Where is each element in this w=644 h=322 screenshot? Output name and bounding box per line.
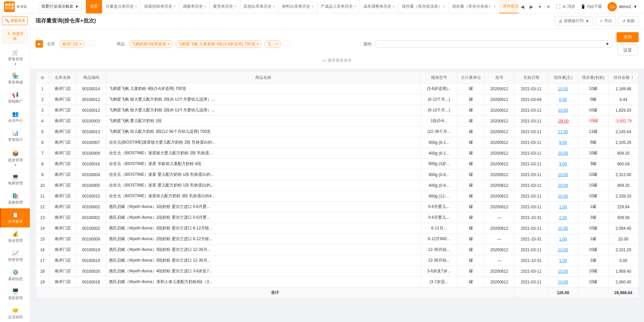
cell-batch: 20200612 xyxy=(484,277,515,287)
wholesale-icon: 📦 xyxy=(12,150,19,157)
tab-batch-ledger[interactable]: 库存批次账 × xyxy=(499,0,519,13)
tab-stock-dist[interactable]: 现存量（库存分布表） × xyxy=(449,0,499,13)
account-selector[interactable]: 母婴行业演示账套 ▼ xyxy=(38,3,82,10)
print-button[interactable]: 🖨 按模板打印 ▼ xyxy=(555,16,593,26)
sidebar-item-purchase[interactable]: 🛍️ 采购管理 xyxy=(0,189,30,208)
chevron-down-icon: ▼ xyxy=(75,4,79,9)
tab-stock-status[interactable]: 现存量（库存状况表） × xyxy=(398,0,449,13)
export-label: 导出 xyxy=(604,18,612,24)
sidebar-item-marketing[interactable]: 📢 营销推广 xyxy=(0,88,30,107)
cell-qty[interactable]: 9.00 xyxy=(548,137,578,148)
sidebar-item-basic[interactable]: ⚙️ 基础信息 xyxy=(0,266,30,285)
cell-qty[interactable]: 0.00 xyxy=(548,94,578,105)
sidebar-item-retail-stats[interactable]: 📊 零售统计 xyxy=(0,126,30,146)
tab-home[interactable]: 首页 xyxy=(86,0,102,13)
cell-warehouse: 南岸门店 xyxy=(49,266,76,277)
balance-info-icon[interactable]: ℹ xyxy=(632,75,633,80)
message-button[interactable]: ✉ 消息 xyxy=(562,4,575,9)
sidebar-item-finance[interactable]: 💰 资金管理 xyxy=(0,227,30,247)
cell-qty[interactable]: 10.00 xyxy=(548,266,578,277)
tab-transfer[interactable]: 调拨单历史 × xyxy=(179,0,210,13)
tab-material-out[interactable]: 材料出库单历史 × xyxy=(279,0,317,13)
cell-pkg: 10罐 xyxy=(578,84,608,94)
tab-close-stock-status[interactable]: × xyxy=(443,5,445,8)
product-tag-text-1: 飞鹤奶粉3段两提装 xyxy=(132,41,166,47)
sidebar-item-ecommerce[interactable]: 💻 电商管理 xyxy=(0,170,30,189)
tab-close-material-out[interactable]: × xyxy=(312,5,314,8)
cell-balance: 509.56 xyxy=(608,212,639,223)
tab-close-disassemble[interactable]: × xyxy=(174,5,176,8)
export-button[interactable]: ↗ 导出 xyxy=(596,16,616,26)
tab-split[interactable]: 分量盘点单历史 × xyxy=(102,0,141,13)
sidebar-item-shop[interactable]: 🏪 零售商城 xyxy=(0,69,30,88)
warehouse-tag-close[interactable]: × xyxy=(79,42,82,46)
search-button[interactable]: 🔍 搜索英单 xyxy=(2,16,28,25)
tab-more-button[interactable]: ▾ xyxy=(537,4,543,9)
sidebar-item-member[interactable]: 👥 会员中心 xyxy=(0,107,30,126)
product-more-button[interactable]: ... xyxy=(283,41,291,47)
tab-require[interactable]: 要货单历史 × xyxy=(210,0,240,13)
sidebar-item-system[interactable]: 🖥️ 系统管理 xyxy=(0,285,30,304)
query-button[interactable]: 查询 xyxy=(616,32,639,42)
product-tag-close-3[interactable]: × xyxy=(276,42,278,46)
tab-close-split[interactable]: × xyxy=(135,5,137,8)
tab-close-transfer[interactable]: × xyxy=(204,5,206,8)
sidebar-item-wholesale[interactable]: 📦 批发管理 ▼ xyxy=(0,147,30,170)
warehouse-more-button[interactable]: ... xyxy=(87,41,95,47)
tab-close-require[interactable]: × xyxy=(234,5,236,8)
tab-product-in[interactable]: 产成品入库单历史 × xyxy=(317,0,360,13)
user-profile[interactable]: Ea demo2 ▼ xyxy=(607,2,637,11)
tab-other-out[interactable]: 其他出库单历史 × xyxy=(240,0,279,13)
cell-qty[interactable]: 10.00 xyxy=(548,180,578,191)
refresh-button[interactable]: ↺ 刷新 xyxy=(619,16,639,26)
cell-qty[interactable]: 10.00 xyxy=(548,245,578,255)
expand-more-button[interactable]: ▿▿ 展开更多条件 xyxy=(36,56,639,65)
cell-qty[interactable]: 10.00 xyxy=(548,277,578,287)
cell-qty[interactable]: 3.00 xyxy=(548,159,578,169)
tab-next-button[interactable]: ▶ xyxy=(528,4,535,9)
cell-warehouse: 南岸门店 xyxy=(49,159,76,169)
cell-pkg: 10罐 xyxy=(578,223,608,234)
warehouse-tag[interactable]: 南岸门店 × xyxy=(59,40,85,48)
cell-qty[interactable]: 10.00 xyxy=(548,223,578,234)
cell-qty[interactable]: -39.00 xyxy=(548,116,578,126)
tab-close-cost-adj[interactable]: × xyxy=(393,5,395,8)
settings-icon[interactable]: ⚙ xyxy=(41,75,44,80)
product-tag-close-2[interactable]: × xyxy=(257,42,259,46)
quick-nav-button[interactable]: ⚡ 快捷导航 xyxy=(2,29,28,43)
refresh-icon: ↺ xyxy=(622,19,626,23)
tab-disassemble[interactable]: 组装拆卸单历史 × xyxy=(141,0,179,13)
cell-qty[interactable]: 10.00 xyxy=(548,105,578,116)
tab-close-other-out[interactable]: × xyxy=(273,5,275,8)
setting-button[interactable]: 设置 xyxy=(618,45,638,56)
sidebar-item-retail[interactable]: 🛒 零售管理 ▼ xyxy=(0,46,30,69)
color-filter-select[interactable]: ▼ xyxy=(376,40,612,48)
sidebar-item-collab[interactable]: 🤝 企业协同 xyxy=(0,304,30,322)
tab-fullscreen-button[interactable]: ⛶ xyxy=(554,4,562,9)
cell-qty[interactable]: 10.00 xyxy=(548,148,578,159)
app-download-button[interactable]: 📱 App下载 xyxy=(581,4,602,9)
tab-close-all-button[interactable]: ✕ xyxy=(544,4,552,9)
cell-qty[interactable]: 10.00 xyxy=(548,191,578,202)
sidebar-item-inventory[interactable]: 📋 库存核算 xyxy=(0,208,30,227)
cell-qty[interactable]: 1.00 xyxy=(548,255,578,266)
product-tag-3[interactable]: 飞... × xyxy=(264,40,281,48)
sidebar-item-operation[interactable]: 📈 经营管理 xyxy=(0,247,30,266)
tab-prev-button[interactable]: ◀ xyxy=(519,4,526,9)
cell-qty[interactable]: 1.00 xyxy=(548,234,578,245)
filter-toggle-button[interactable]: ▶ xyxy=(36,40,43,48)
tab-close-product-in[interactable]: × xyxy=(354,5,356,8)
cell-batch: 20200611 xyxy=(484,94,515,105)
product-tag-1[interactable]: 飞鹤奶粉3段两提装 × xyxy=(129,40,173,48)
cell-qty[interactable]: 10.00 xyxy=(548,169,578,180)
product-tag-2[interactable]: 飞鹤星飞帆 儿童奶粉 4段(3-6岁适用) 700克 × xyxy=(175,40,262,48)
cell-qty[interactable]: 11.00 xyxy=(548,126,578,137)
tab-close-stock-dist[interactable]: × xyxy=(494,5,496,8)
col-header-index: ⚙ xyxy=(36,72,49,84)
shop-icon: 🏪 xyxy=(12,72,19,79)
cell-qty[interactable]: 10.00 xyxy=(548,84,578,94)
product-tag-close-1[interactable]: × xyxy=(168,42,170,46)
tab-cost-adj[interactable]: 成本调整单历史 × xyxy=(360,0,398,13)
cell-qty[interactable]: 2.00 xyxy=(548,212,578,223)
cell-qty[interactable]: 1.00 xyxy=(548,202,578,212)
